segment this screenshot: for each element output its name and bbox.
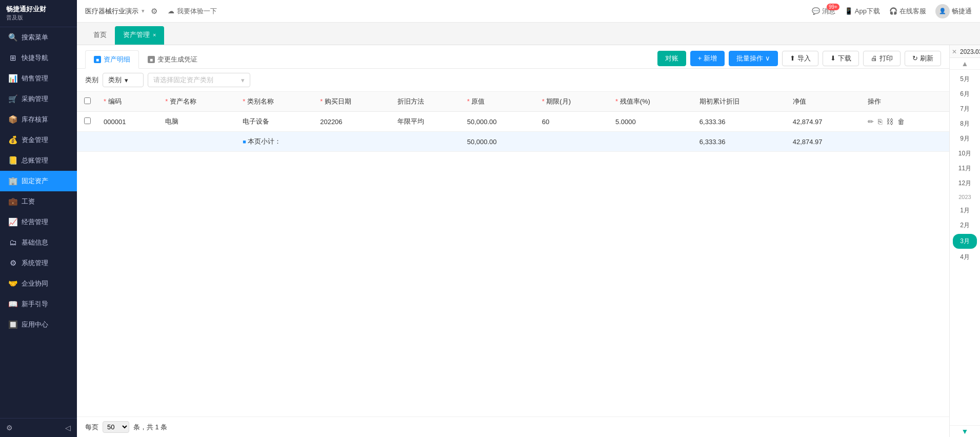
download-icon: 📱: [845, 7, 853, 15]
subtab-asset-detail-icon: ■: [94, 56, 101, 63]
sidebar-item-operations-label: 经营管理: [22, 217, 48, 227]
date-item-6[interactable]: 6月: [950, 87, 980, 102]
delete-icon[interactable]: 🗑: [897, 117, 905, 126]
service-button[interactable]: 🎧 在线客服: [889, 7, 926, 16]
date-item-9[interactable]: 9月: [950, 131, 980, 146]
date-sidebar-close-icon[interactable]: ✕: [952, 48, 957, 55]
refresh-button[interactable]: ↻ 刷新: [905, 51, 941, 66]
date-item-3-current[interactable]: 3月: [953, 234, 977, 249]
date-item-8[interactable]: 8月: [950, 116, 980, 131]
system-icon: ⚙: [8, 259, 17, 268]
download-button[interactable]: ⬇ 下载: [823, 51, 859, 66]
table-subtotal-row: ■ 本页小计： 50,000.00 6,333.36 42,874.97: [77, 132, 949, 152]
row-code: 000001: [97, 112, 159, 132]
subtotal-accumulated-depreciation: 6,333.36: [693, 132, 787, 152]
row-actions: ✏ ⎘ ⛓ 🗑: [862, 112, 949, 132]
user-area[interactable]: 👤 畅捷通: [935, 4, 972, 18]
download-icon2: ⬇: [830, 54, 836, 62]
date-item-12[interactable]: 12月: [950, 176, 980, 191]
date-down-arrow[interactable]: ▼: [962, 427, 969, 435]
sidebar-item-funds[interactable]: 💰 资金管理: [0, 130, 77, 150]
sidebar-item-payroll-label: 工资: [22, 197, 35, 206]
th-depreciation-method: 折旧方法: [391, 92, 461, 112]
subtab-voucher-icon: ■: [148, 56, 155, 63]
settings-icon[interactable]: ⚙: [6, 424, 13, 432]
sidebar-bottom: ⚙ ◁: [0, 418, 77, 437]
company-dropdown-arrow: ▾: [142, 8, 145, 14]
fixed-assets-icon: 🏢: [8, 176, 17, 186]
sidebar-item-payroll[interactable]: 💼 工资: [0, 191, 77, 212]
app-download-button[interactable]: 📱 App下载: [845, 7, 880, 16]
sidebar-item-operations[interactable]: 📈 经营管理: [0, 212, 77, 232]
sidebar-item-app-center[interactable]: 🔲 应用中心: [0, 314, 77, 335]
app-name: 畅捷通好业财: [6, 5, 46, 14]
page-content: ■ 资产明细 ■ 变更生成凭证 对账 + 新增 批量操作 ∨ ⬆: [77, 45, 980, 437]
per-page-select[interactable]: 50 20 100 200: [103, 421, 129, 433]
company-selector[interactable]: 医疗器械行业演示 ▾: [85, 7, 145, 16]
date-up-arrow[interactable]: ▲: [962, 59, 969, 68]
category-type-select[interactable]: 类别 ▾: [103, 73, 144, 87]
category-filter-input[interactable]: 请选择固定资产类别 ▾: [148, 73, 250, 87]
link-icon[interactable]: ⛓: [886, 117, 893, 126]
date-year-2023: 2023: [950, 191, 980, 203]
service-label: 在线客服: [899, 7, 926, 16]
app-edition: 普及版: [6, 14, 46, 22]
date-item-4[interactable]: 4月: [950, 250, 980, 265]
sidebar-item-enterprise[interactable]: 🤝 企业协同: [0, 273, 77, 294]
th-action: 操作: [862, 92, 949, 112]
sidebar-item-basic-info[interactable]: 🗂 基础信息: [0, 232, 77, 253]
message-icon: 💬: [812, 7, 820, 15]
sidebar-item-system[interactable]: ⚙ 系统管理: [0, 253, 77, 273]
topbar: 医疗器械行业演示 ▾ ⚙ ☁ 我要体验一下 💬 消息 99+ 📱 App下载 🎧…: [77, 0, 980, 23]
sidebar-item-inventory[interactable]: 📦 库存核算: [0, 109, 77, 130]
action-icons: ✏ ⎘ ⛓ 🗑: [868, 117, 943, 126]
app-center-icon: 🔲: [8, 320, 17, 329]
date-item-2[interactable]: 2月: [950, 218, 980, 233]
date-item-1[interactable]: 1月: [950, 203, 980, 218]
tab-asset-management[interactable]: 资产管理 ×: [115, 26, 164, 45]
topbar-gear-icon[interactable]: ⚙: [151, 7, 157, 16]
user-name: 畅捷通: [952, 7, 972, 16]
message-button[interactable]: 💬 消息 99+: [812, 7, 835, 16]
reconcile-button[interactable]: 对账: [657, 51, 686, 66]
edit-icon[interactable]: ✏: [868, 117, 874, 126]
sidebar-item-tutorial[interactable]: 📖 新手引导: [0, 294, 77, 314]
row-net-value: 42,874.97: [787, 112, 862, 132]
sidebar-item-purchase-label: 采购管理: [22, 94, 48, 104]
row-name: 电脑: [159, 112, 236, 132]
export-button[interactable]: ⬆ 导入: [782, 51, 818, 66]
date-item-11[interactable]: 11月: [950, 161, 980, 176]
sidebar-item-system-label: 系统管理: [22, 259, 48, 268]
subtotal-empty2: [97, 132, 159, 152]
subtab-voucher[interactable]: ■ 变更生成凭证: [139, 50, 206, 69]
row-checkbox[interactable]: [84, 117, 91, 124]
batch-button[interactable]: 批量操作 ∨: [729, 51, 778, 66]
sidebar-item-tutorial-label: 新手引导: [22, 300, 48, 309]
th-net-value: 净值: [787, 92, 862, 112]
sidebar-item-quicknav[interactable]: ⊞ 快捷导航: [0, 48, 77, 68]
sidebar-item-search[interactable]: 🔍 搜索菜单: [0, 27, 77, 48]
sidebar-item-ledger-label: 总账管理: [22, 156, 48, 165]
tab-close-icon[interactable]: ×: [153, 32, 156, 38]
tab-home[interactable]: 首页: [85, 26, 115, 45]
sidebar-item-purchase[interactable]: 🛒 采购管理: [0, 89, 77, 109]
date-item-7[interactable]: 7月: [950, 102, 980, 116]
experience-button[interactable]: ☁ 我要体验一下: [168, 7, 217, 16]
print-button[interactable]: 🖨 打印: [863, 51, 901, 66]
date-item-5[interactable]: 5月: [950, 72, 980, 87]
topbar-right: 💬 消息 99+ 📱 App下载 🎧 在线客服 👤 畅捷通: [812, 4, 972, 18]
sidebar-item-ledger[interactable]: 📒 总账管理: [0, 150, 77, 171]
sidebar-item-fixed-assets[interactable]: 🏢 固定资产: [0, 171, 77, 191]
sidebar-item-sales[interactable]: 📊 销售管理: [0, 68, 77, 89]
select-all-checkbox[interactable]: [84, 97, 91, 104]
th-period: 期限(月): [536, 92, 609, 112]
sidebar-item-sales-label: 销售管理: [22, 74, 48, 83]
new-button[interactable]: + 新增: [690, 51, 725, 66]
subtab-asset-detail[interactable]: ■ 资产明细: [85, 50, 139, 69]
date-sidebar-expand-icon[interactable]: ⤢: [973, 48, 978, 55]
date-item-10[interactable]: 10月: [950, 146, 980, 161]
subtotal-empty1: [77, 132, 97, 152]
copy-icon[interactable]: ⎘: [878, 117, 882, 126]
date-sidebar: ✕ ⤢ 2023.03 ▲ 5月 6月 7月 8月 9月 10月 11月 12月…: [949, 45, 980, 437]
collapse-icon[interactable]: ◁: [65, 424, 71, 432]
